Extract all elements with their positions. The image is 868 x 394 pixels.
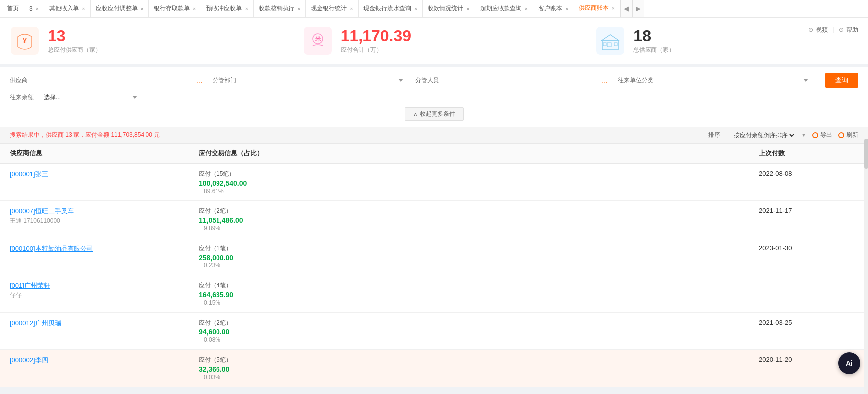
table-row[interactable]: [000001]张三 应付（15笔） 100,092,540.00 89.61%… bbox=[0, 164, 868, 201]
sort-select[interactable]: 按应付余额倒序排序 bbox=[732, 131, 796, 139]
tab-cash-stats[interactable]: 现金银行统计 × bbox=[306, 0, 358, 18]
stat-num-payable: 13 bbox=[48, 27, 101, 45]
filter-input-person[interactable] bbox=[445, 75, 600, 86]
tx-amount-5[interactable]: 94,600.00 bbox=[199, 328, 759, 336]
filter-label-person: 分管人员 bbox=[415, 76, 445, 85]
lastpay-cell-2: 2021-11-17 bbox=[759, 207, 858, 214]
scrollbar-thumb[interactable] bbox=[864, 139, 868, 169]
supplier-link-1[interactable]: [000001]张三 bbox=[10, 170, 199, 179]
filter-item-supplier: 供应商 ... bbox=[10, 75, 203, 86]
supplier-contact-2: 王通 17106110000 bbox=[10, 217, 199, 225]
tx-amount-3[interactable]: 258,000.00 bbox=[199, 254, 759, 262]
nav-prev-arrow[interactable]: ◀ bbox=[620, 0, 632, 18]
supplier-cell-5: [000012]广州贝瑞 bbox=[10, 319, 199, 328]
tab-bank[interactable]: 银行存取款单 × bbox=[149, 0, 201, 18]
tab-home[interactable]: 首页 bbox=[2, 0, 24, 18]
filter-select-dept[interactable] bbox=[242, 75, 405, 86]
tab-cash-stats-close[interactable]: × bbox=[350, 6, 353, 12]
tx-amount-6[interactable]: 32,366.00 bbox=[199, 365, 759, 373]
supplier-link-3[interactable]: [000100]本特勤油品有限公司 bbox=[10, 244, 199, 253]
tab-customer-ledger[interactable]: 客户账本 × bbox=[533, 0, 574, 18]
tab-collection-stats-close[interactable]: × bbox=[466, 6, 469, 12]
supplier-link-6[interactable]: [000002]李四 bbox=[10, 356, 199, 365]
table-row[interactable]: [000007]恒旺二手叉车 王通 17106110000 应付（2笔） 11,… bbox=[0, 201, 868, 238]
filter-dots-supplier[interactable]: ... bbox=[197, 76, 203, 84]
table-row[interactable]: [000100]本特勤油品有限公司 应付（1笔） 258,000.00 0.23… bbox=[0, 238, 868, 275]
tx-label-6: 应付（5笔） bbox=[199, 356, 232, 363]
col-header-supplier: 供应商信息 bbox=[10, 149, 199, 158]
export-button[interactable]: 导出 bbox=[812, 131, 832, 139]
filter-dots-person[interactable]: ... bbox=[602, 76, 608, 84]
stat-text-total: 11,170.39 应付合计（万） bbox=[341, 27, 411, 54]
tab-bank-close[interactable]: × bbox=[193, 6, 196, 12]
tab-3[interactable]: 3 × bbox=[24, 0, 44, 18]
tab-adjust-close[interactable]: × bbox=[141, 6, 144, 12]
last-pay-date-1: 2022-08-08 bbox=[759, 170, 792, 177]
tx-percent-4: 0.15% bbox=[204, 299, 220, 306]
filter-select-unit[interactable] bbox=[653, 75, 810, 86]
tab-payment-exec[interactable]: 收款核销执行 × bbox=[254, 0, 306, 18]
filter-input-supplier[interactable] bbox=[40, 75, 195, 86]
col-header-lastpay: 上次付数 bbox=[759, 149, 858, 158]
tab-collection-stats[interactable]: 收款情况统计 × bbox=[423, 0, 475, 18]
supplier-cell-1: [000001]张三 bbox=[10, 170, 199, 179]
tab-3-close[interactable]: × bbox=[36, 6, 39, 12]
stats-header: ¥ 13 总应付供应商（家） 米 11,170.39 应付合计（万） bbox=[0, 18, 868, 64]
tab-bank-label: 银行存取款单 bbox=[154, 4, 190, 13]
transaction-cell-2: 应付（2笔） 11,051,486.00 9.89% bbox=[199, 207, 759, 232]
query-button[interactable]: 查询 bbox=[825, 73, 858, 88]
tab-overdue[interactable]: 超期应收款查询 × bbox=[475, 0, 533, 18]
stat-num-all-suppliers: 18 bbox=[633, 27, 675, 45]
results-bar: 搜索结果中，供应商 13 家，应付金额 111,703,854.00 元 排序：… bbox=[0, 127, 868, 144]
tab-precharge-close[interactable]: × bbox=[245, 6, 248, 12]
tab-other-income[interactable]: 其他收入单 × bbox=[44, 0, 90, 18]
filter-item-dept: 分管部门 bbox=[213, 75, 405, 86]
stat-text-all-suppliers: 18 总供应商（家） bbox=[633, 27, 675, 54]
tx-amount-4[interactable]: 164,635.90 bbox=[199, 291, 759, 299]
link-video[interactable]: 视频 bbox=[816, 26, 828, 33]
refresh-button[interactable]: 刷新 bbox=[838, 131, 858, 139]
tab-supplier-ledger[interactable]: 供应商账本 × bbox=[574, 0, 620, 18]
scrollbar-track[interactable] bbox=[864, 139, 868, 387]
filter-item-balance: 往来余额 选择... bbox=[10, 92, 139, 103]
tab-payment-exec-close[interactable]: × bbox=[297, 6, 300, 12]
svg-text:米: 米 bbox=[314, 36, 321, 42]
last-pay-date-5: 2021-03-25 bbox=[759, 319, 792, 326]
filter-label-unit: 往来单位分类 bbox=[618, 76, 653, 85]
tab-overdue-close[interactable]: × bbox=[525, 6, 528, 12]
tx-amount-1[interactable]: 100,092,540.00 bbox=[199, 179, 759, 187]
tab-other-income-close[interactable]: × bbox=[82, 6, 85, 12]
table-row[interactable]: [000012]广州贝瑞 应付（2笔） 94,600.00 0.08% 2021… bbox=[0, 313, 868, 350]
ai-assistant-button[interactable]: Ai bbox=[838, 352, 860, 374]
tab-precharge[interactable]: 预收冲应收单 × bbox=[201, 0, 253, 18]
tab-payment-exec-label: 收款核销执行 bbox=[259, 4, 294, 13]
tx-amount-2[interactable]: 11,051,486.00 bbox=[199, 216, 759, 224]
nav-next-arrow[interactable]: ▶ bbox=[632, 0, 644, 18]
tab-cash-flow-close[interactable]: × bbox=[414, 6, 417, 12]
supplier-link-4[interactable]: [001]广州荣轩 bbox=[10, 281, 199, 290]
tab-cash-flow-label: 现金银行流水查询 bbox=[363, 4, 411, 13]
tx-label-1: 应付（15笔） bbox=[199, 170, 235, 177]
tab-customer-ledger-label: 客户账本 bbox=[538, 4, 562, 13]
tab-cash-flow[interactable]: 现金银行流水查询 × bbox=[359, 0, 423, 18]
supplier-link-5[interactable]: [000012]广州贝瑞 bbox=[10, 319, 199, 328]
lastpay-cell-5: 2021-03-25 bbox=[759, 319, 858, 326]
table-row[interactable]: [001]广州荣轩 仔仔 应付（4笔） 164,635.90 0.15% bbox=[0, 275, 868, 313]
tx-percent-3: 0.23% bbox=[204, 262, 220, 269]
tab-supplier-ledger-close[interactable]: × bbox=[612, 5, 615, 11]
collapse-button[interactable]: ∧ 收起更多条件 bbox=[405, 107, 464, 121]
table-row[interactable]: [000002]李四 应付（5笔） 32,366.00 0.03% 2020-1… bbox=[0, 350, 868, 387]
link-help[interactable]: 帮助 bbox=[846, 26, 858, 33]
supplier-link-2[interactable]: [000007]恒旺二手叉车 bbox=[10, 207, 199, 216]
tab-customer-ledger-close[interactable]: × bbox=[565, 6, 568, 12]
last-pay-date-3: 2023-01-30 bbox=[759, 244, 792, 252]
tx-percent-2: 9.89% bbox=[204, 225, 220, 232]
tab-other-income-label: 其他收入单 bbox=[49, 4, 79, 13]
transaction-cell-1: 应付（15笔） 100,092,540.00 89.61% bbox=[199, 170, 759, 195]
collapse-label: 收起更多条件 bbox=[420, 110, 455, 118]
tab-adjust[interactable]: 应收应付调整单 × bbox=[91, 0, 149, 18]
filter-label-supplier: 供应商 bbox=[10, 76, 40, 85]
results-actions: 排序： 按应付余额倒序排序 ▼ 导出 刷新 bbox=[708, 131, 858, 139]
filter-select-balance[interactable]: 选择... bbox=[40, 92, 139, 103]
supplier-cell-6: [000002]李四 bbox=[10, 356, 199, 365]
